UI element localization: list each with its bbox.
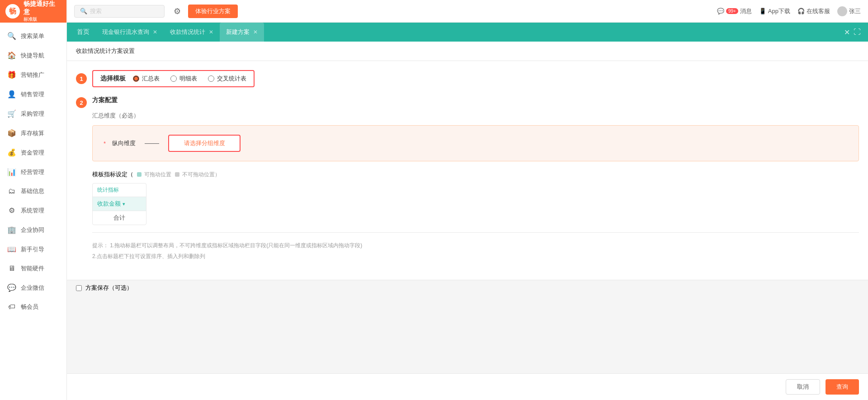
radio-detail-input[interactable]	[170, 75, 177, 82]
app-download-item[interactable]: 📱 App下载	[759, 7, 790, 15]
tab-bank[interactable]: 现金银行流水查询 ✕	[96, 23, 164, 42]
sidebar-item-inventory[interactable]: 📦 库存核算	[0, 123, 66, 143]
step2-badge: 2	[76, 97, 87, 108]
template-box: 选择模板 汇总表 明细表 交叉统计表	[92, 70, 255, 87]
sidebar-item-guide[interactable]: 📖 新手引导	[0, 240, 66, 259]
tab-receipt-label: 收款情况统计	[170, 28, 205, 36]
trial-button[interactable]: 体验行业方案	[188, 5, 238, 18]
search-icon: 🔍	[80, 8, 87, 14]
step1-label: 选择模板	[100, 75, 126, 83]
main-area: 🔍 搜索 ⚙ 体验行业方案 💬 99+ 消息 📱 App下载 🎧 在线客服 张三	[67, 0, 868, 400]
username-label: 张三	[849, 7, 861, 15]
metrics-header: 模板指标设定（ 可拖动位置 不可拖动位置）	[92, 170, 859, 179]
user-icon: 👤	[7, 90, 16, 99]
tag-icon: 🏷	[7, 303, 16, 311]
sidebar-item-search[interactable]: 🔍 搜索菜单	[0, 26, 66, 46]
support-label: 在线客服	[807, 7, 830, 15]
content-area: 收款情况统计方案设置 1 选择模板 汇总表 明细表	[67, 42, 868, 373]
sidebar-item-sales[interactable]: 👤 销售管理	[0, 85, 66, 104]
dimension-area: * 纵向维度 —— 请选择分组维度	[92, 125, 859, 161]
support-item[interactable]: 🎧 在线客服	[797, 7, 830, 15]
home-icon: 🏠	[7, 51, 16, 60]
cancel-button[interactable]: 取消	[786, 379, 820, 395]
sidebar-label-operations: 经营管理	[21, 168, 44, 176]
tab-maximize-icon[interactable]: ⛶	[854, 28, 861, 37]
sidebar-item-basic[interactable]: 🗂 基础信息	[0, 182, 66, 201]
sidebar-item-purchase[interactable]: 🛒 采购管理	[0, 104, 66, 123]
header-search-box[interactable]: 🔍 搜索	[74, 5, 165, 18]
select-dimension-button[interactable]: 请选择分组维度	[168, 135, 241, 152]
sidebar-label-quicknav: 快捷导航	[21, 52, 44, 60]
metrics-header-row: 收款金额 ▾	[93, 197, 146, 211]
hint-2: 2.点击标题栏下拉可设置排序、插入列和删除列	[92, 251, 859, 262]
sidebar-item-cooperation[interactable]: 🏢 企业协同	[0, 220, 66, 240]
logo-sub: 标准版	[24, 16, 61, 23]
radio-summary-label: 汇总表	[142, 75, 160, 83]
sidebar-item-operations[interactable]: 📊 经营管理	[0, 162, 66, 182]
radio-detail[interactable]: 明细表	[170, 75, 197, 83]
breadcrumb: 收款情况统计方案设置	[67, 42, 868, 61]
radio-summary-input[interactable]	[133, 75, 139, 82]
notification-item[interactable]: 💬 99+ 消息	[717, 7, 752, 15]
tab-bank-label: 现金银行流水查询	[102, 28, 149, 36]
tab-new-plan-close[interactable]: ✕	[253, 29, 258, 35]
user-avatar	[837, 6, 847, 16]
support-icon: 🎧	[797, 8, 805, 14]
tab-bank-close[interactable]: ✕	[153, 29, 157, 35]
query-button[interactable]: 查询	[826, 379, 859, 395]
draggable-label: 可拖动位置	[144, 171, 171, 179]
tab-new-plan[interactable]: 新建方案 ✕	[220, 23, 264, 42]
drag-dot-green	[137, 172, 142, 177]
breadcrumb-text: 收款情况统计方案设置	[76, 47, 135, 54]
sidebar-item-system[interactable]: ⚙ 系统管理	[0, 201, 66, 220]
sidebar-item-member[interactable]: 🏷 畅会员	[0, 297, 66, 316]
save-plan-checkbox[interactable]	[76, 285, 82, 291]
dropdown-arrow-icon[interactable]: ▾	[123, 201, 125, 207]
metrics-tag-label: 收款金额	[97, 200, 121, 208]
radio-detail-label: 明细表	[179, 75, 197, 83]
sidebar-label-inventory: 库存核算	[21, 129, 44, 137]
metrics-section: 模板指标设定（ 可拖动位置 不可拖动位置） 统计指标	[92, 170, 859, 225]
sidebar-item-finance[interactable]: 💰 资金管理	[0, 143, 66, 162]
hint-1: 提示： 1.拖动标题栏可以调整布局，不可跨维度或指标区域拖动栏目字段(只能在同一…	[92, 240, 859, 251]
tab-receipt-close[interactable]: ✕	[209, 29, 213, 35]
radio-cross[interactable]: 交叉统计表	[208, 75, 246, 83]
book-icon: 📖	[7, 245, 16, 254]
chat-icon: 💬	[7, 283, 16, 292]
logo-text: 畅捷通好生意 标准版	[24, 0, 61, 23]
settings-icon[interactable]: ⚙	[174, 6, 181, 16]
sidebar-label-purchase: 采购管理	[21, 110, 44, 118]
sidebar-label-hardware: 智能硬件	[21, 264, 44, 273]
step2-row: 2 方案配置 汇总维度（必选） * 纵向维度 —— 请选择分组维度	[76, 96, 859, 262]
sidebar-item-hardware[interactable]: 🖥 智能硬件	[0, 259, 66, 278]
tab-home[interactable]: 首页	[71, 23, 96, 42]
notification-badge: 99+	[726, 8, 738, 14]
radio-cross-input[interactable]	[208, 75, 214, 82]
sidebar-item-quicknav[interactable]: 🏠 快捷导航	[0, 46, 66, 65]
template-options: 汇总表 明细表 交叉统计表	[133, 75, 246, 83]
top-header: 🔍 搜索 ⚙ 体验行业方案 💬 99+ 消息 📱 App下载 🎧 在线客服 张三	[67, 0, 868, 23]
save-plan-label: 方案保存（可选）	[85, 284, 132, 292]
non-draggable-label: 不可拖动位置）	[182, 171, 220, 179]
sidebar-item-wechat[interactable]: 💬 企业微信	[0, 278, 66, 297]
radio-summary[interactable]: 汇总表	[133, 75, 160, 83]
money-icon: 💰	[7, 148, 16, 157]
folder-icon: 🗂	[7, 187, 16, 195]
draggable-indicator: 可拖动位置	[137, 171, 171, 179]
metrics-table: 统计指标 收款金额 ▾ 合计	[92, 183, 146, 225]
tab-receipt[interactable]: 收款情况统计 ✕	[164, 23, 220, 42]
sidebar-item-marketing[interactable]: 🎁 营销推广	[0, 65, 66, 85]
chart-icon: 📊	[7, 168, 16, 176]
sidebar-label-basic: 基础信息	[21, 187, 44, 195]
user-item[interactable]: 张三	[837, 6, 861, 16]
notification-label: 消息	[740, 7, 752, 15]
radio-cross-label: 交叉统计表	[217, 75, 246, 83]
metrics-total-row: 合计	[93, 211, 146, 225]
footer-section: 方案保存（可选）	[67, 280, 868, 296]
tab-new-plan-label: 新建方案	[226, 28, 250, 36]
sidebar-menu: 🔍 搜索菜单 🏠 快捷导航 🎁 营销推广 👤 销售管理 🛒 采购管理 📦 库存核…	[0, 23, 66, 400]
tab-close-window-icon[interactable]: ✕	[844, 28, 850, 37]
arrow-icon: ——	[145, 139, 159, 147]
sidebar-label-guide: 新手引导	[21, 245, 44, 254]
divider	[92, 232, 859, 233]
